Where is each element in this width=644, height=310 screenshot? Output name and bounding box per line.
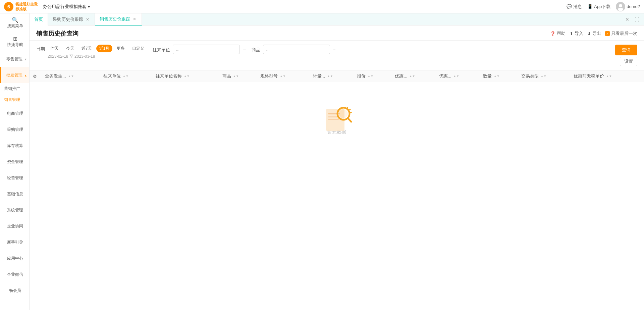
- sort-arrows-spec: ▲▼: [280, 75, 286, 78]
- grid-icon: ⊞: [13, 36, 17, 42]
- empty-state-svg: [323, 102, 354, 133]
- help-button[interactable]: ❓ 帮助: [550, 31, 566, 37]
- tab-bar-end: ✕ ⛶: [621, 15, 644, 23]
- empty-illustration: [323, 102, 350, 129]
- date-range-display: 2023-02-18 至 2023-03-18: [48, 54, 147, 59]
- tab-close-sales-history[interactable]: ✕: [132, 16, 137, 22]
- page-actions: ❓ 帮助 ⬆ 导入 ⬇ 导出 ✓ 只看最后一次: [550, 31, 637, 37]
- table-container[interactable]: ⚙ 业务发生... ▲▼ 往来单位 ▲▼ 往来单位名称 ▲▼: [30, 70, 644, 310]
- date-btn-custom[interactable]: 自定义: [129, 45, 147, 52]
- sort-arrows-pretax-price: ▲▼: [606, 75, 612, 78]
- date-filter-group: 日期 昨天 今天 近7天 近1月 更多 自定义 2023-02-18 至 202…: [36, 45, 147, 59]
- page-title: 销售历史价查询: [36, 30, 78, 38]
- tab-home[interactable]: 首页: [30, 13, 48, 25]
- empty-state: 暂元数据: [30, 82, 644, 155]
- sort-arrows-quote-price: ▲▼: [367, 75, 373, 78]
- date-filter-options: 昨天 今天 近7天 近1月 更多 自定义 2023-02-18 至 2023-0…: [48, 45, 147, 59]
- sidebar-item-enterprise-collab[interactable]: 企业协同: [0, 218, 29, 234]
- tab-sales-history[interactable]: 销售历史价跟踪 ✕: [95, 13, 142, 25]
- message-icon: 💬: [567, 4, 572, 9]
- sort-arrows-biz-date: ▲▼: [68, 75, 74, 78]
- sidebar-item-finance-mgmt[interactable]: 资金管理: [0, 154, 29, 170]
- sort-arrows-discount2: ▲▼: [453, 75, 459, 78]
- sidebar-item-wholesale-mgmt[interactable]: 批发管理 ▴: [0, 67, 29, 83]
- settings-button[interactable]: 设置: [620, 57, 637, 66]
- tab-purchase-history[interactable]: 采购历史价跟踪 ✕: [48, 13, 95, 25]
- product-more-icon[interactable]: ···: [333, 47, 336, 52]
- product-filter-label: 商品: [252, 46, 260, 53]
- product-filter-group: 商品 ···: [252, 45, 336, 54]
- th-gear[interactable]: ⚙: [30, 70, 42, 82]
- date-filter-label: 日期: [36, 45, 45, 52]
- query-button[interactable]: 查询: [615, 45, 637, 55]
- th-customer-code[interactable]: 往来单位 ▲▼: [100, 70, 152, 82]
- th-quote-price[interactable]: 报价 ▲▼: [354, 70, 392, 82]
- th-biz-date[interactable]: 业务发生... ▲▼: [42, 70, 100, 82]
- sort-arrows-discount1: ▲▼: [409, 75, 415, 78]
- th-quantity[interactable]: 数量 ▲▼: [480, 70, 518, 82]
- svg-point-1: [619, 4, 622, 7]
- date-btn-yesterday[interactable]: 昨天: [48, 45, 62, 52]
- sidebar-item-ecommerce-mgmt[interactable]: 电商管理: [0, 105, 29, 121]
- th-discount2[interactable]: 优惠... ▲▼: [436, 70, 480, 82]
- svg-rect-5: [328, 116, 337, 117]
- user-menu[interactable]: demo2: [616, 2, 640, 11]
- chevron-down-icon: ▾: [88, 4, 90, 9]
- sidebar-item-app-center[interactable]: 应用中心: [0, 250, 29, 266]
- search-icon: 🔍: [12, 17, 18, 23]
- sidebar-item-marketing[interactable]: 营销推广: [0, 83, 29, 94]
- import-button[interactable]: ⬆ 导入: [570, 31, 583, 37]
- page-header: 销售历史价查询 ❓ 帮助 ⬆ 导入 ⬇ 导出 ✓ 只看最后一次: [30, 25, 644, 41]
- sidebar-item-inventory-check[interactable]: 库存核算: [0, 138, 29, 154]
- sidebar-item-search-menu[interactable]: 🔍 搜索菜单: [0, 13, 29, 32]
- sidebar-item-sales-mgmt[interactable]: 销售管理: [0, 94, 29, 105]
- data-table: ⚙ 业务发生... ▲▼ 往来单位 ▲▼ 往来单位名称 ▲▼: [30, 70, 644, 82]
- th-pretax-price[interactable]: 优惠前无税单价 ▲▼: [570, 70, 644, 82]
- import-icon: ⬆: [570, 31, 573, 36]
- tab-close-purchase-history[interactable]: ✕: [85, 17, 90, 22]
- sort-arrows-customer-code: ▲▼: [123, 75, 129, 78]
- th-trade-type[interactable]: 交易类型 ▲▼: [518, 70, 570, 82]
- customer-input[interactable]: [173, 45, 240, 54]
- export-button[interactable]: ⬇ 导出: [587, 31, 601, 37]
- th-spec[interactable]: 规格型号 ▲▼: [257, 70, 309, 82]
- product-input[interactable]: [263, 45, 330, 54]
- close-all-tabs-icon[interactable]: ✕: [624, 15, 631, 23]
- svg-rect-6: [328, 119, 339, 120]
- sort-arrows-product: ▲▼: [233, 75, 239, 78]
- message-button[interactable]: 💬 消息: [567, 4, 582, 10]
- sidebar-item-purchase-mgmt[interactable]: 采购管理: [0, 121, 29, 138]
- sidebar-item-newbie-guide[interactable]: 新手引导: [0, 234, 29, 250]
- gear-icon: ⚙: [33, 74, 37, 79]
- company-selector[interactable]: 办公用品行业模拟账套 ▾: [40, 2, 93, 11]
- logo-text: 畅捷通好生意 标准版: [15, 2, 38, 11]
- customer-filter-label: 往来单位: [153, 46, 170, 53]
- avatar: [616, 2, 625, 11]
- date-btn-today[interactable]: 今天: [63, 45, 77, 52]
- date-filter-buttons: 昨天 今天 近7天 近1月 更多 自定义: [48, 45, 147, 52]
- customer-more-icon[interactable]: ···: [243, 47, 246, 52]
- th-customer-name[interactable]: 往来单位名称 ▲▼: [152, 70, 219, 82]
- top-bar-right: 💬 消息 📱 App下载 demo2: [567, 2, 640, 11]
- fullscreen-icon[interactable]: ⛶: [633, 15, 641, 23]
- sidebar-item-ops-mgmt[interactable]: 经营管理: [0, 170, 29, 186]
- last-only-checkbox[interactable]: ✓ 只看最后一次: [605, 31, 637, 37]
- th-unit[interactable]: 计量... ▲▼: [310, 70, 354, 82]
- sort-arrows-unit: ▲▼: [327, 75, 333, 78]
- sidebar-item-retail-mgmt[interactable]: 零售管理 ▾: [0, 51, 29, 67]
- sidebar-item-member[interactable]: 畅会员: [0, 282, 29, 299]
- help-icon: ❓: [550, 31, 555, 36]
- sidebar-item-quick-nav[interactable]: ⊞ 快捷导航: [0, 32, 29, 51]
- sidebar-item-basic-info[interactable]: 基础信息: [0, 186, 29, 202]
- th-discount1[interactable]: 优惠... ▲▼: [391, 70, 435, 82]
- app-download-button[interactable]: 📱 App下载: [587, 4, 610, 10]
- sort-arrows-customer-name: ▲▼: [184, 75, 190, 78]
- logo-icon: 6: [4, 2, 13, 11]
- sidebar-item-enterprise-wechat[interactable]: 企业微信: [0, 266, 29, 282]
- date-btn-more[interactable]: 更多: [114, 45, 128, 52]
- th-product[interactable]: 商品 ▲▼: [219, 70, 257, 82]
- date-btn-last1month[interactable]: 近1月: [96, 45, 113, 52]
- sidebar-item-system-mgmt[interactable]: 系统管理: [0, 202, 29, 218]
- date-btn-last7days[interactable]: 近7天: [78, 45, 95, 52]
- tab-bar: 首页 采购历史价跟踪 ✕ 销售历史价跟踪 ✕ ✕ ⛶: [30, 13, 644, 25]
